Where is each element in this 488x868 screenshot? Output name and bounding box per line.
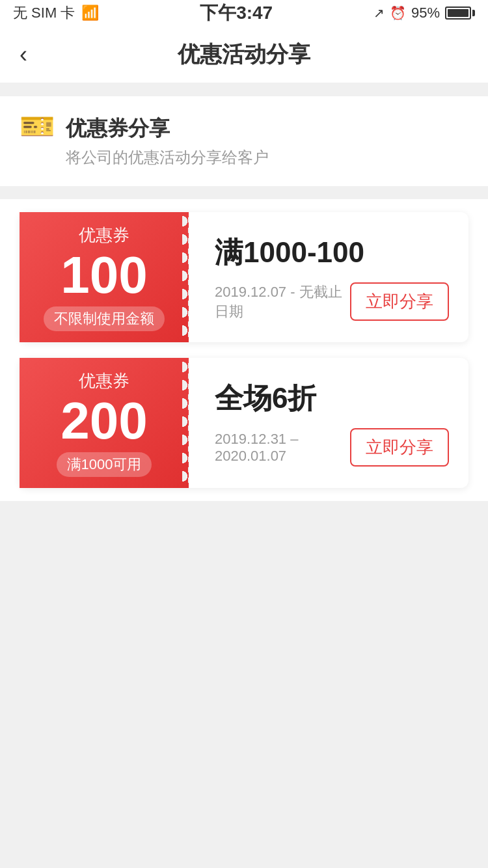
alarm-icon: ⏰: [390, 5, 406, 21]
coupon-list: 优惠券 100 不限制使用金额 满1000-100 2019.12.07 - 无…: [0, 199, 488, 501]
coupon-date-2: 2019.12.31 – 2020.01.07: [215, 431, 344, 465]
bottom-space: [0, 501, 488, 868]
location-icon: ↗: [373, 5, 385, 21]
wifi-icon: 📶: [81, 5, 99, 21]
coupon-card: 优惠券 100 不限制使用金额 满1000-100 2019.12.07 - 无…: [20, 212, 468, 342]
section-text: 优惠券分享 将公司的优惠活动分享给客户: [66, 115, 269, 168]
coupon-date-1: 2019.12.07 - 无截止日期: [215, 282, 344, 321]
coupon-left-2: 优惠券 200 满1000可用: [20, 358, 189, 488]
battery-icon: [445, 7, 475, 20]
coupon-section-icon: 🎫: [20, 112, 55, 141]
page-title: 优惠活动分享: [178, 40, 310, 70]
coupon-condition-1: 不限制使用金额: [44, 306, 165, 331]
nav-bar: ‹ 优惠活动分享: [0, 26, 488, 83]
share-button-1[interactable]: 立即分享: [350, 282, 449, 321]
status-right: ↗ ⏰ 95%: [373, 5, 475, 21]
coupon-right-2: 全场6折 2019.12.31 – 2020.01.07 立即分享: [189, 358, 468, 488]
share-button-2[interactable]: 立即分享: [350, 428, 449, 467]
coupon-label-1: 优惠券: [79, 224, 129, 247]
coupon-name-1: 满1000-100: [215, 234, 449, 272]
coupon-label-2: 优惠券: [79, 370, 129, 392]
status-left: 无 SIM 卡 📶: [13, 3, 99, 23]
section-title: 优惠券分享: [66, 115, 269, 143]
coupon-left-1: 优惠券 100 不限制使用金额: [20, 212, 189, 342]
battery-percent: 95%: [411, 5, 440, 21]
coupon-meta-2: 2019.12.31 – 2020.01.07 立即分享: [215, 428, 449, 467]
coupon-card-2: 优惠券 200 满1000可用 全场6折 2019.12.31 – 2020.0…: [20, 358, 468, 488]
section-subtitle: 将公司的优惠活动分享给客户: [66, 147, 269, 168]
coupon-meta-1: 2019.12.07 - 无截止日期 立即分享: [215, 282, 449, 321]
coupon-value-2: 200: [61, 395, 147, 447]
no-sim-label: 无 SIM 卡: [13, 3, 75, 23]
back-button[interactable]: ‹: [20, 41, 27, 68]
coupon-value-1: 100: [61, 249, 147, 301]
status-time: 下午3:47: [200, 1, 273, 25]
coupon-condition-2: 满1000可用: [57, 452, 152, 477]
coupon-name-2: 全场6折: [215, 379, 449, 418]
coupon-right-1: 满1000-100 2019.12.07 - 无截止日期 立即分享: [189, 212, 468, 342]
status-bar: 无 SIM 卡 📶 下午3:47 ↗ ⏰ 95%: [0, 0, 488, 26]
section-header: 🎫 优惠券分享 将公司的优惠活动分享给客户: [0, 96, 488, 186]
